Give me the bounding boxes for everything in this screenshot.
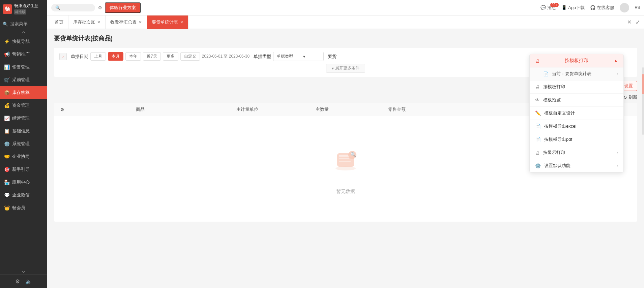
display-print-arrow: ›	[617, 150, 618, 155]
scroll-down-btn[interactable]	[0, 269, 47, 275]
current-template-arrow: ›	[617, 71, 618, 76]
sidebar-footer: ⚙ 🔈	[0, 275, 47, 288]
svg-point-0	[335, 166, 356, 170]
set-default-arrow: ›	[617, 163, 618, 168]
type-select[interactable]: 单据类型 ▾	[273, 52, 324, 61]
scrollbar-thumb[interactable]	[642, 74, 644, 94]
date-btn-last-month[interactable]: 上月	[90, 52, 106, 61]
date-btn-this-year[interactable]: 本年	[125, 52, 141, 61]
marketing-icon: 📢	[4, 52, 9, 57]
settings-footer-icon[interactable]: ⚙	[15, 278, 20, 285]
dropdown-collapse-icon[interactable]: ▲	[613, 58, 618, 63]
topbar: 🔍 ⚙ 体验行业方案 💬 消息 99+ 📱 App下载 🎧 在线客服 Rit	[47, 0, 644, 15]
sidebar-item-sales[interactable]: 📊 销售管理	[0, 61, 47, 73]
dropdown-header[interactable]: 🖨 按模板打印 ▲	[530, 54, 623, 67]
member-icon: 👑	[4, 205, 9, 211]
app-name: 畅康通好生意	[14, 3, 38, 9]
table-header-amount: 零售金额	[359, 106, 434, 113]
table-header-qty: 主数量	[285, 106, 359, 113]
date-btn-this-month[interactable]: 本月	[108, 52, 123, 61]
tab-close-inventory-batch[interactable]: ✕	[97, 20, 100, 25]
sound-footer-icon[interactable]: 🔈	[25, 278, 32, 285]
online-service-item[interactable]: 🎧 在线客服	[590, 5, 614, 11]
sidebar-nav: ⚡ 快捷导航 📢 营销推广 📊 销售管理 🛒 采购管理 📦 库存核算 💰 资金管…	[0, 35, 47, 269]
date-filter-section: 单据日期 上月 本月 本年 近7天 更多 自定义 2023-06-01 至 20…	[71, 52, 250, 61]
app-download-icon: 📱	[561, 5, 567, 10]
search-label: 搜索菜单	[10, 21, 28, 27]
topbar-right: 💬 消息 99+ 📱 App下载 🎧 在线客服 Rit	[540, 3, 640, 12]
sidebar-item-wechat[interactable]: 💬 企业微信	[0, 189, 47, 201]
wechat-icon: 💬	[4, 192, 9, 198]
dropdown-item-export-pdf[interactable]: 📄 按模板导出pdf	[530, 133, 623, 146]
table-header-goods: 商品	[71, 106, 210, 113]
template-design-icon: ✏️	[535, 110, 541, 116]
collab-icon: 🤝	[4, 154, 9, 159]
purchase-icon: 🛒	[4, 77, 9, 83]
scroll-up-btn[interactable]	[0, 30, 47, 35]
filter-expand-icon-btn[interactable]: ›	[59, 53, 67, 60]
tab-home[interactable]: 首页	[50, 15, 68, 29]
basic-icon: 📋	[4, 128, 9, 134]
tab-close-order-stats[interactable]: ✕	[180, 20, 183, 25]
dropdown-print-icon: 🖨	[535, 58, 540, 63]
dropdown-menu: 🖨 按模板打印 ▲ 📄 当前：要货单统计表 › 🖨 按模板打印 👁 模板预览 ✏…	[529, 54, 624, 172]
guide-icon: 🎯	[4, 167, 9, 172]
tab-inventory-batch[interactable]: 库存批次账 ✕	[68, 15, 106, 29]
user-avatar[interactable]	[620, 3, 629, 12]
sidebar-item-member[interactable]: 👑 畅会员	[0, 201, 47, 214]
search-icon: 🔍	[3, 22, 8, 27]
sidebar-item-system[interactable]: ⚙️ 系统管理	[0, 137, 47, 150]
dropdown-item-template-design[interactable]: ✏️ 模板自定义设计	[530, 107, 623, 120]
sidebar-item-collab[interactable]: 🤝 企业协同	[0, 150, 47, 163]
finance-icon: 💰	[4, 103, 9, 108]
sidebar-item-guide[interactable]: 🎯 新手引导	[0, 163, 47, 176]
sidebar-search[interactable]: 🔍 搜索菜单	[0, 18, 47, 30]
online-service-icon: 🎧	[590, 5, 595, 10]
sidebar-item-apps[interactable]: 🏪 应用中心	[0, 176, 47, 189]
expand-more-btn[interactable]: ▾ 展开更多条件	[326, 64, 365, 73]
dropdown-item-export-excel[interactable]: 📄 按模板导出excel	[530, 120, 623, 133]
sidebar-item-quick-nav[interactable]: ⚡ 快捷导航	[0, 35, 47, 48]
expand-more-icon: ▾	[332, 66, 334, 71]
refresh-btn[interactable]: ↻ 刷新	[623, 94, 637, 100]
sidebar-item-operations[interactable]: 📈 经营管理	[0, 112, 47, 125]
sidebar-item-finance[interactable]: 💰 资金管理	[0, 99, 47, 112]
dropdown-item-display-print[interactable]: 🖨 按显示打印 ›	[530, 146, 623, 159]
app-badge: 标准版	[14, 9, 26, 14]
sidebar-item-inventory[interactable]: 📦 库存核算	[0, 86, 47, 99]
topbar-gear-icon[interactable]: ⚙	[98, 5, 102, 11]
message-item[interactable]: 💬 消息 99+	[540, 5, 556, 11]
logo-icon: 畅	[3, 4, 12, 14]
page-title: 要货单统计表(按商品)	[54, 34, 637, 42]
settings-col-icon[interactable]: ⚙	[60, 107, 64, 112]
tab-order-stats[interactable]: 要货单统计表 ✕	[147, 15, 188, 29]
date-btn-more[interactable]: 更多	[163, 52, 178, 61]
type-filter-label: 单据类型	[254, 54, 271, 60]
sidebar-item-purchase[interactable]: 🛒 采购管理	[0, 73, 47, 86]
dropdown-current-template[interactable]: 📄 当前：要货单统计表 ›	[530, 67, 623, 81]
apps-icon: 🏪	[4, 180, 9, 185]
tab-receivables[interactable]: 收发存汇总表 ✕	[106, 15, 147, 29]
dropdown-item-set-default[interactable]: ⚙️ 设置默认功能 ›	[530, 159, 623, 172]
trial-button[interactable]: 体验行业方案	[105, 2, 141, 13]
date-btn-7days[interactable]: 近7天	[143, 52, 161, 61]
message-badge: 99+	[550, 3, 559, 7]
date-btn-custom[interactable]: 自定义	[180, 52, 200, 61]
sidebar-item-basic[interactable]: 📋 基础信息	[0, 125, 47, 137]
topbar-search[interactable]: 🔍	[51, 4, 95, 11]
dropdown-item-template-print[interactable]: 🖨 按模板打印	[530, 81, 623, 94]
export-excel-icon: 📄	[535, 124, 541, 129]
dropdown-item-template-preview[interactable]: 👁 模板预览	[530, 94, 623, 107]
quick-nav-icon: ⚡	[4, 39, 9, 44]
app-download-item[interactable]: 📱 App下载	[561, 5, 585, 11]
scrollbar-right[interactable]	[642, 67, 644, 135]
username[interactable]: Rit	[635, 5, 640, 10]
tabs-bar: 首页 库存批次账 ✕ 收发存汇总表 ✕ 要货单统计表 ✕ ✕ ⤢	[47, 15, 644, 29]
tab-close-receivables[interactable]: ✕	[139, 20, 142, 25]
system-icon: ⚙️	[4, 141, 9, 147]
tabs-expand-btn[interactable]: ⤢	[634, 19, 641, 25]
sidebar-item-marketing[interactable]: 📢 营销推广	[0, 48, 47, 61]
svg-rect-4	[339, 161, 351, 162]
display-print-icon: 🖨	[535, 150, 540, 155]
tabs-close-all-btn[interactable]: ✕	[624, 19, 634, 25]
